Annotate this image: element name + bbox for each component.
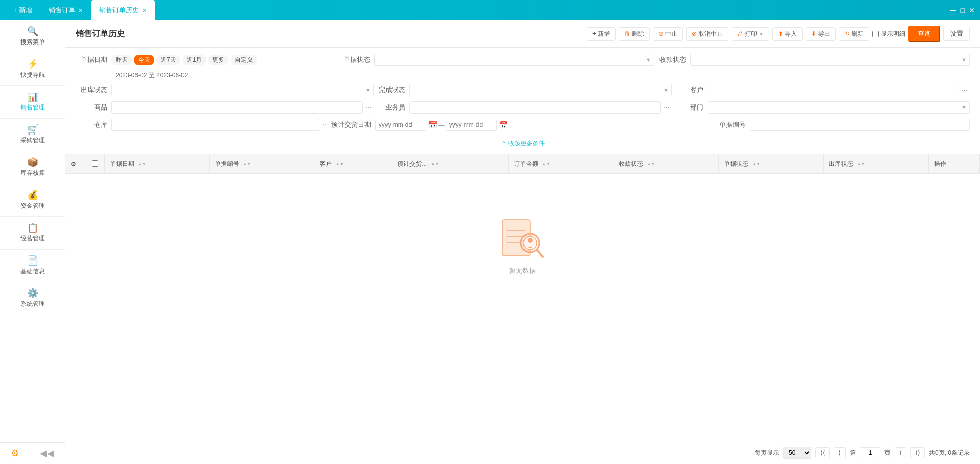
sidebar-item-sys-mgmt[interactable]: ⚙️ 系统管理 [0,282,65,315]
display-cols-checkbox[interactable] [872,31,879,37]
th-bill-status-label: 单据状态 [724,160,748,167]
sidebar-collapse-icon[interactable]: ◀◀ [40,448,54,459]
export-button[interactable]: ⬇ 导出 [806,27,836,41]
sort-order-amount-icon[interactable]: ▲▼ [542,162,550,166]
th-payment-status[interactable]: 收款状态 ▲▼ [613,154,718,174]
sidebar-item-basic-info-label: 基础信息 [20,267,45,276]
sort-customer-icon[interactable]: ▲▼ [336,162,344,166]
delete-button[interactable]: 🗑 删除 [619,27,650,41]
collapse-up-icon: ⌃ [501,140,506,147]
sidebar-item-basic-info[interactable]: 📄 基础信息 [0,250,65,282]
filter-row-2: 出库状态 ▼ 完成状态 ▼ [76,84,970,96]
date-chip-today[interactable]: 今天 [134,55,154,65]
query-button[interactable]: 查询 [908,26,940,42]
customer-input[interactable] [708,84,959,96]
sort-bill-no-icon[interactable]: ▲▼ [243,162,251,166]
sidebar-item-operations[interactable]: 📋 经营管理 [0,217,65,250]
per-page-select[interactable]: 10 20 50 100 [783,447,811,459]
data-table: ⚙ 单据日期 ▲▼ 单据编号 ▲▼ [65,154,980,316]
th-bill-no[interactable]: 单据编号 ▲▼ [209,154,314,174]
sort-bill-date-icon[interactable]: ▲▼ [138,162,146,166]
window-close[interactable]: ✕ [969,6,975,14]
page-number-input[interactable] [860,447,880,458]
sidebar-settings-icon[interactable]: ⚙ [11,448,19,459]
tab-sales-order-history-label: 销售订单历史 [99,6,139,15]
settings-label: 设置 [950,30,963,37]
filter-row-4: 仓库 ··· 预计交货日期 📅 — 📅 [76,119,970,131]
filter-delivery-date: 预计交货日期 📅 — 📅 [331,119,715,131]
stop-button[interactable]: ⊘ 中止 [653,27,683,41]
tab-home-label: + 新增 [13,6,32,15]
salesperson-input[interactable] [409,101,661,114]
window-minimize[interactable]: ─ [950,6,956,15]
sidebar-item-sales-mgmt[interactable]: 📊 销售管理 [0,86,65,119]
prev-page-button[interactable]: ⟨ [834,447,846,458]
date-chip-more[interactable]: 更多 [208,55,229,65]
cancel-stop-button[interactable]: ⊘ 取消中止 [686,27,728,41]
warehouse-dots-icon[interactable]: ··· [320,120,331,129]
sidebar-item-quick-nav[interactable]: ⚡ 快捷导航 [0,53,65,86]
salesperson-dots-icon[interactable]: ··· [661,103,672,112]
goods-input[interactable] [111,101,363,114]
th-gear[interactable]: ⚙ [65,154,86,174]
tab-sales-order-history-close[interactable]: ✕ [142,7,147,14]
delivery-date-to-input[interactable] [446,119,497,131]
date-chip-7days[interactable]: 近7天 [156,55,180,65]
completion-status-select[interactable] [409,84,672,96]
sidebar-item-capital-label: 资金管理 [20,202,45,210]
th-delivery-date[interactable]: 预计交货... ▲▼ [392,154,509,174]
display-cols-checkbox-wrap[interactable]: 显示明细 [872,30,905,38]
date-range-display: 2023-06-02 至 2023-06-02 [76,71,970,84]
tab-sales-order-history[interactable]: 销售订单历史 ✕ [91,0,155,20]
sidebar-item-inventory[interactable]: 📦 库存核算 [0,151,65,184]
empty-text: 暂无数据 [509,266,536,275]
tab-home[interactable]: + 新增 [5,0,40,20]
sidebar-item-search-menu[interactable]: 🔍 搜索菜单 [0,20,65,53]
gear-column-icon[interactable]: ⚙ [71,161,76,168]
print-button[interactable]: 🖨 打印 ▼ [732,27,769,41]
warehouse-input[interactable] [111,119,320,131]
customer-label: 客户 [672,85,708,95]
collapse-btn[interactable]: ⌃ 收起更多条件 [76,136,970,148]
delivery-status-select[interactable] [111,84,374,96]
sort-delivery-status-icon[interactable]: ▲▼ [857,162,865,166]
th-order-amount[interactable]: 订单金额 ▲▼ [509,154,613,174]
th-check[interactable] [86,154,104,174]
sidebar-item-capital[interactable]: 💰 资金管理 [0,184,65,217]
last-page-button[interactable]: ⟩⟩ [910,447,925,458]
refresh-button[interactable]: ↻ 刷新 [839,27,869,41]
th-bill-date[interactable]: 单据日期 ▲▼ [104,154,209,174]
delivery-date-from-input[interactable] [375,119,426,131]
th-customer[interactable]: 客户 ▲▼ [314,154,392,174]
filter-goods: 商品 ··· [76,101,374,114]
customer-dots-icon[interactable]: ··· [959,85,970,95]
th-bill-status[interactable]: 单据状态 ▲▼ [718,154,823,174]
delivery-date-from-calendar-icon[interactable]: 📅 [428,121,437,129]
payment-status-select[interactable] [690,54,970,66]
date-chip-yesterday[interactable]: 昨天 [111,55,132,65]
date-chip-custom[interactable]: 自定义 [231,55,257,65]
window-maximize[interactable]: □ [961,6,965,14]
settings-button[interactable]: 设置 [943,27,970,41]
delivery-date-to-calendar-icon[interactable]: 📅 [499,121,508,129]
import-button[interactable]: ⬆ 导入 [772,27,803,41]
filter-area: 单据日期 昨天 今天 近7天 近1月 更多 自定义 单据状态 [65,48,980,154]
bill-number-input[interactable] [750,119,970,131]
tab-sales-order[interactable]: 销售订单 ✕ [40,0,91,20]
goods-dots-icon[interactable]: ··· [363,103,374,112]
sidebar-item-purchase-mgmt[interactable]: 🛒 采购管理 [0,119,65,151]
th-delivery-status[interactable]: 出库状态 ▲▼ [824,154,928,174]
new-button[interactable]: + 新增 [587,27,616,41]
first-page-button[interactable]: ⟨⟨ [815,447,830,458]
sort-bill-status-icon[interactable]: ▲▼ [752,162,760,166]
sort-delivery-date-icon[interactable]: ▲▼ [431,162,439,166]
bill-status-select[interactable] [374,54,654,66]
date-chip-1month[interactable]: 近1月 [183,55,207,65]
cancel-stop-label: 取消中止 [698,30,723,38]
sort-payment-status-icon[interactable]: ▲▼ [647,162,655,166]
tab-sales-order-close[interactable]: ✕ [78,7,83,14]
select-all-checkbox[interactable] [92,160,98,167]
next-page-button[interactable]: ⟩ [895,447,906,458]
department-select[interactable] [708,101,970,114]
empty-cell: 暂无数据 [65,174,980,317]
